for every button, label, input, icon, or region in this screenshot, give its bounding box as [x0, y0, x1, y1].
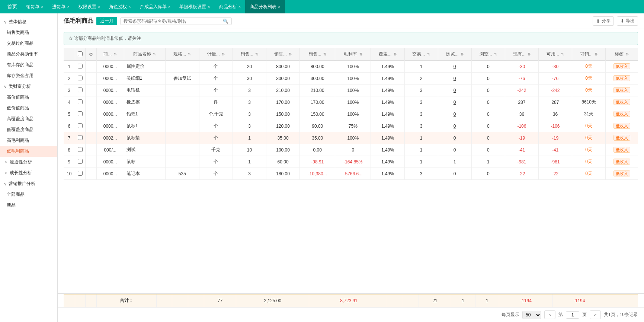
row-check[interactable] — [75, 96, 85, 108]
row-check[interactable] — [75, 168, 85, 180]
row-action — [85, 144, 96, 156]
nav-product-analysis[interactable]: 商品分析 × — [215, 0, 245, 13]
sidebar-item-category-rate[interactable]: 商品分类助销率 — [0, 49, 57, 60]
row-checkbox[interactable] — [78, 135, 83, 140]
row-check[interactable] — [75, 85, 85, 96]
row-sellable: 0天 — [572, 85, 606, 96]
search-input[interactable] — [124, 19, 223, 24]
row-current-stock: 36 — [505, 108, 538, 120]
row-check[interactable] — [75, 132, 85, 144]
close-analysis-icon[interactable]: × — [238, 4, 241, 9]
close-product-inbound-icon[interactable]: × — [168, 4, 170, 9]
row-trades: 3 — [404, 108, 438, 120]
filter-recent-month-button[interactable]: 近一月 — [96, 17, 117, 25]
sidebar-item-traded-goods[interactable]: 交易过的商品 — [0, 38, 57, 49]
table-body: 1 0000... 属性定价 个 20 800.00 800.00 100% 1… — [64, 61, 638, 180]
row-checkbox[interactable] — [78, 76, 83, 80]
row-check[interactable] — [75, 108, 85, 120]
sidebar-item-high-margin[interactable]: 高毛利商品 — [0, 135, 57, 146]
row-trades: 1 — [404, 132, 438, 144]
th-setting[interactable]: ⚙ — [85, 48, 96, 61]
prev-page-button[interactable]: ＜ — [544, 310, 555, 319]
sidebar-item-high-coverage[interactable]: 高覆盖度商品 — [0, 114, 57, 124]
nav-role-auth[interactable]: 角色授权 × — [105, 0, 135, 13]
tag-badge: 低收入 — [613, 63, 630, 69]
sidebar-item-stock-goods[interactable]: 有库存的商品 — [0, 60, 57, 70]
row-checkbox[interactable] — [78, 123, 83, 128]
table-row: 8 000/... 测试 千克 10 100.00 0.00 0 1.49% 1… — [64, 144, 638, 156]
close-analysis-list-icon[interactable]: × — [278, 4, 280, 9]
sidebar-item-stock-capital[interactable]: 库存资金占用 — [0, 70, 57, 81]
sidebar-item-high-value[interactable]: 高价值商品 — [0, 92, 57, 103]
nav-sales-order[interactable]: 销货单 × — [22, 0, 48, 13]
row-check[interactable] — [75, 73, 85, 85]
row-check[interactable] — [75, 120, 85, 132]
nav-permissions[interactable]: 权限设置 × — [74, 0, 105, 13]
row-checkbox[interactable] — [78, 171, 83, 176]
row-sales-qty: 3 — [233, 168, 266, 180]
nav-purchase-order[interactable]: 进货单 × — [48, 0, 74, 13]
column-setting-icon[interactable]: ⚙ — [89, 52, 93, 57]
nav-product-inbound[interactable]: 产成品入库单 × — [135, 0, 175, 13]
nav-home[interactable]: 首页 — [3, 0, 22, 13]
sidebar-group-overall[interactable]: ∨ 整体信息 — [0, 16, 57, 27]
row-check[interactable] — [75, 144, 85, 156]
sidebar-item-low-coverage[interactable]: 低覆盖度商品 — [0, 124, 57, 135]
sidebar-group-wealth[interactable]: ∨ 类财富分析 — [0, 81, 57, 92]
row-checkbox[interactable] — [78, 87, 83, 92]
row-checkbox[interactable] — [78, 64, 83, 68]
nav-product-analysis-list[interactable]: 商品分析列表 × — [245, 0, 285, 13]
sidebar-group-marketing[interactable]: ∨ 营销推广分析 — [0, 178, 57, 189]
sidebar-item-sales-goods[interactable]: 销售类商品 — [0, 27, 57, 38]
close-template-icon[interactable]: × — [208, 4, 210, 9]
row-sales-profit: 170.00 — [300, 96, 335, 108]
sidebar-item-all-goods[interactable]: 全部商品 — [0, 189, 57, 200]
select-all-checkbox[interactable] — [78, 51, 83, 56]
row-unit: 个 — [199, 120, 233, 132]
row-browse2: 0 — [471, 96, 505, 108]
th-unit: 计量... ⇅ — [199, 48, 233, 61]
row-browse1[interactable]: 0 — [438, 96, 471, 108]
row-browse1[interactable]: 0 — [438, 85, 471, 96]
row-checkbox[interactable] — [78, 99, 83, 104]
row-current-stock: -30 — [505, 61, 538, 73]
next-page-button[interactable]: ＞ — [590, 310, 601, 319]
nav-template-settings[interactable]: 单据模板设置 × — [175, 0, 214, 13]
row-gross-rate: 100% — [335, 61, 371, 73]
row-browse2: 0 — [471, 120, 505, 132]
sidebar-item-new-goods[interactable]: 新品 — [0, 200, 57, 211]
row-check[interactable] — [75, 61, 85, 73]
row-browse1[interactable]: 0 — [438, 168, 471, 180]
row-browse1[interactable]: 0 — [438, 144, 471, 156]
search-icon[interactable]: 🔍 — [223, 19, 228, 24]
row-browse1[interactable]: 0 — [438, 132, 471, 144]
close-sales-order-icon[interactable]: × — [41, 4, 43, 9]
row-checkbox[interactable] — [78, 159, 83, 164]
sidebar-group-growth[interactable]: ＞ 成长性分析 — [0, 168, 57, 178]
row-browse1[interactable]: 0 — [438, 108, 471, 120]
close-role-auth-icon[interactable]: × — [128, 4, 131, 9]
sidebar-item-low-margin[interactable]: 低毛利商品 — [0, 146, 57, 157]
row-checkbox[interactable] — [78, 147, 83, 152]
row-checkbox[interactable] — [78, 111, 83, 116]
page-number-input[interactable] — [566, 311, 579, 319]
row-browse1[interactable]: 0 — [438, 120, 471, 132]
row-gross-rate: 75% — [335, 120, 371, 132]
row-browse1[interactable]: 0 — [438, 73, 471, 85]
row-check[interactable] — [75, 156, 85, 168]
row-browse1[interactable]: 1 — [438, 156, 471, 168]
share-button[interactable]: ⬆ 分享 — [593, 16, 614, 26]
sidebar-item-low-value[interactable]: 低价值商品 — [0, 103, 57, 114]
tag-badge: 低收入 — [613, 170, 630, 176]
row-name: 属性定价 — [124, 61, 165, 73]
top-nav: 首页 销货单 × 进货单 × 权限设置 × 角色授权 × 产成品入库单 × 单据… — [0, 0, 644, 13]
close-purchase-order-icon[interactable]: × — [67, 4, 69, 9]
per-page-select[interactable]: 50 20 100 — [522, 311, 541, 319]
row-coverage: 1.49% — [371, 168, 404, 180]
sidebar-group-circulation[interactable]: ＞ 流通性分析 — [0, 157, 57, 168]
th-spec: 规格... ⇅ — [165, 48, 199, 61]
row-spec: 参加复试 — [165, 73, 199, 85]
export-button[interactable]: ⬇ 导出 — [617, 16, 638, 26]
row-browse1[interactable]: 0 — [438, 61, 471, 73]
close-permissions-icon[interactable]: × — [98, 4, 100, 9]
